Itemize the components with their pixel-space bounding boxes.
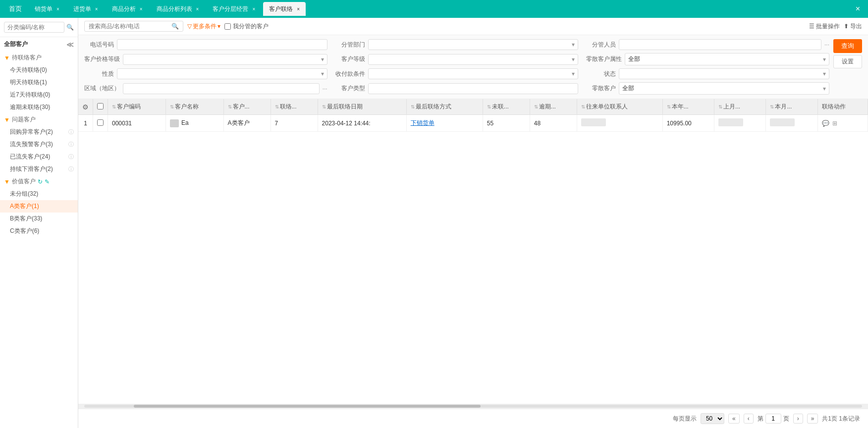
sidebar-group-value[interactable]: ▼ 价值客户 ↻ ✎ [0, 175, 78, 188]
col-name: ⇅客户名称 [165, 99, 223, 115]
person-input[interactable] [619, 39, 821, 50]
refresh-icon[interactable]: ↻ [38, 178, 43, 185]
close-all-btn[interactable]: × [852, 4, 864, 13]
sidebar-item-tomorrow[interactable]: 明天待联络(1) [0, 76, 78, 89]
close-analysis-tab[interactable]: × [140, 6, 143, 12]
close-contact-tab[interactable]: × [297, 6, 300, 12]
hscroll-bar[interactable] [78, 404, 868, 409]
select-all-checkbox[interactable] [97, 103, 104, 109]
filter-search-icon[interactable]: 🔍 [171, 23, 179, 30]
export-btn[interactable]: ⬆ 导出 [844, 22, 862, 31]
nav-home[interactable]: 首页 [4, 4, 27, 13]
sidebar-item-churned[interactable]: 已流失客户(24) ⓘ [0, 151, 78, 163]
person-dots-btn[interactable]: ··· [824, 41, 829, 48]
info-icon-2: ⓘ [68, 141, 74, 148]
top-nav: 首页 销货单 × 进货单 × 商品分析 × 商品分析列表 × 客户分层经营 × … [0, 0, 868, 18]
table-container: ⚙ ⇅客户编码 ⇅客户名称 ⇅客户... ⇅联络... ⇅最后联络日期 ⇅最后联… [78, 99, 868, 404]
row-actions: 💬 ⊞ [817, 115, 868, 132]
sort-icon-7: ⇅ [487, 104, 491, 109]
customer-type-label: 客户类型 [335, 84, 365, 93]
region-input[interactable] [123, 83, 320, 94]
row-checkbox[interactable] [97, 119, 104, 126]
payment-select[interactable]: ▾ [368, 68, 579, 79]
gear-icon[interactable]: ⚙ [82, 103, 89, 111]
phone-input[interactable] [117, 39, 327, 50]
sidebar-item-today[interactable]: 今天待联络(0) [0, 64, 78, 76]
next-page-btn[interactable]: › [793, 414, 803, 424]
nav-tab-customer-tier[interactable]: 客户分层经营 × [207, 2, 261, 16]
customer-table: ⚙ ⇅客户编码 ⇅客户名称 ⇅客户... ⇅联络... ⇅最后联络日期 ⇅最后联… [78, 99, 868, 132]
col-this-year: ⇅本年... [662, 99, 714, 115]
search-button[interactable]: 查询 [833, 39, 862, 53]
phone-label: 电话号码 [84, 41, 114, 49]
page-size-select[interactable]: 50 [701, 413, 724, 424]
sidebar-item-churn-warning[interactable]: 流失预警客户(3) ⓘ [0, 138, 78, 151]
col-contact-person: ⇅往来单位联系人 [577, 99, 662, 115]
sidebar-item-class-c[interactable]: C类客户(6) [0, 225, 78, 237]
sidebar-group-problem[interactable]: ▼ 问题客户 [0, 113, 78, 126]
sidebar-item-class-b[interactable]: B类客户(33) [0, 213, 78, 225]
nav-tab-analysis-list[interactable]: 商品分析列表 × [151, 2, 205, 16]
edit-icon[interactable]: ✎ [45, 178, 50, 185]
nav-tab-sales[interactable]: 销货单 × [29, 2, 65, 16]
sidebar-search-input[interactable] [4, 22, 64, 33]
close-analysis-list-tab[interactable]: × [196, 6, 199, 12]
sort-icon-3: ⇅ [228, 104, 232, 109]
person-label: 分管人员 [586, 41, 616, 49]
first-page-btn[interactable]: « [728, 414, 740, 424]
chat-icon[interactable]: 💬 [822, 120, 829, 127]
col-last-month: ⇅上月... [714, 99, 766, 115]
filter-price-tier: 客户价格等级 ▾ [84, 53, 327, 65]
sidebar-item-class-a[interactable]: A类客户(1) [0, 200, 78, 213]
batch-op-btn[interactable]: ☰ 批量操作 [809, 22, 840, 31]
retail-select[interactable]: 全部 ▾ [619, 82, 829, 95]
nav-tab-purchase[interactable]: 进货单 × [67, 2, 104, 16]
close-purchase-tab[interactable]: × [95, 6, 98, 12]
dept-label: 分管部门 [335, 41, 365, 49]
close-sales-tab[interactable]: × [56, 6, 59, 12]
customer-tier-select[interactable]: ▾ [368, 54, 579, 65]
retail-prop-select[interactable]: 全部 ▾ [625, 53, 829, 65]
filter-person: 分管人员 ··· [586, 39, 829, 50]
filter-search-input[interactable] [89, 23, 171, 30]
group-problem-label: 问题客户 [12, 115, 36, 124]
customer-type-input[interactable] [368, 83, 579, 94]
info-icon-3: ⓘ [68, 153, 74, 160]
close-tier-tab[interactable]: × [252, 6, 255, 12]
sidebar-item-overdue[interactable]: 逾期未联络(30) [0, 101, 78, 113]
price-tier-select[interactable]: ▾ [123, 54, 327, 65]
region-dots-btn[interactable]: ··· [323, 85, 327, 92]
customer-tier-label: 客户等级 [335, 55, 365, 63]
table-row: 1 000031 Ea A类客户 7 2023-04-12 14:44: [78, 115, 868, 132]
nature-select[interactable]: ▾ [117, 68, 327, 79]
dept-select[interactable]: ▾ [368, 39, 579, 50]
status-select[interactable]: ▾ [619, 68, 829, 79]
sidebar-item-declining[interactable]: 持续下滑客户(2) ⓘ [0, 163, 78, 175]
page-number-input[interactable] [765, 414, 781, 424]
row-last-method[interactable]: 下销货单 [406, 115, 483, 132]
hscroll-thumb[interactable] [134, 405, 481, 408]
my-customer-checkbox-label[interactable]: 我分管的客户 [224, 22, 269, 31]
sidebar-item-7days[interactable]: 近7天待联络(0) [0, 89, 78, 101]
avatar [170, 119, 179, 127]
sidebar-collapse-btn[interactable]: ≪ [66, 41, 74, 49]
arrow-icon: ▼ [4, 54, 10, 61]
settings-button[interactable]: 设置 [833, 55, 862, 68]
nav-tab-customer-contact[interactable]: 客户联络 × [263, 2, 306, 16]
last-page-btn[interactable]: » [807, 414, 818, 424]
filter-action-btns: 查询 设置 [833, 39, 862, 68]
sidebar-item-ungrouped[interactable]: 未分组(32) [0, 188, 78, 200]
my-customer-checkbox[interactable] [224, 23, 231, 30]
prev-page-btn[interactable]: ‹ [744, 414, 754, 424]
row-name: Ea [165, 115, 223, 132]
sidebar-item-repurchase[interactable]: 回购异常客户(2) ⓘ [0, 126, 78, 138]
more-filter-btn[interactable]: ▽ 更多条件 ▾ [187, 22, 220, 31]
qr-icon[interactable]: ⊞ [832, 120, 837, 127]
batch-icon: ☰ [809, 23, 814, 30]
last-method-link[interactable]: 下销货单 [411, 119, 434, 126]
sidebar-search-icon[interactable]: 🔍 [66, 24, 74, 31]
sidebar-group-pending[interactable]: ▼ 待联络客户 [0, 52, 78, 64]
info-icon: ⓘ [68, 128, 74, 136]
nav-tab-analysis[interactable]: 商品分析 × [106, 2, 149, 16]
gear-header[interactable]: ⚙ [78, 99, 93, 115]
